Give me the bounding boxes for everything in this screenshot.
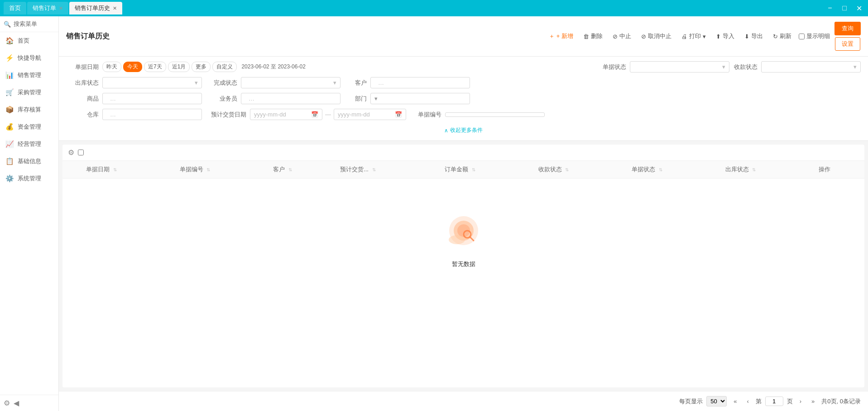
tab-home[interactable]: 首页 <box>4 2 26 15</box>
page-number-input[interactable] <box>765 396 783 406</box>
sidebar-item-home[interactable]: 🏠 首页 <box>0 32 58 49</box>
sidebar-item-sales-mgmt[interactable]: 📊 销售管理 <box>0 67 58 84</box>
date-btn-1month[interactable]: 近1月 <box>168 62 190 72</box>
sort-customer-icon: ⇅ <box>288 167 292 172</box>
th-date[interactable]: 单据日期 ⇅ <box>81 161 174 179</box>
new-button[interactable]: ＋ + 新增 <box>546 30 576 42</box>
order-status-arrow-icon: ▾ <box>722 63 725 70</box>
th-number[interactable]: 单据编号 ⇅ <box>174 161 268 179</box>
calendar-start-icon[interactable]: 📅 <box>311 111 318 118</box>
th-amount[interactable]: 订单金额 ⇅ <box>439 161 533 179</box>
window-controls: − □ ✕ <box>825 3 864 14</box>
sidebar-item-operations[interactable]: 📈 经营管理 <box>0 135 58 153</box>
refresh-icon: ↻ <box>773 33 778 40</box>
sidebar-item-base-info[interactable]: 📋 基础信息 <box>0 153 58 170</box>
main-layout: 🔍 搜索菜单 🏠 首页 ⚡ 快捷导航 📊 销售管理 🛒 采购管理 📦 库存核算 … <box>0 16 868 411</box>
delivery-date-start-input[interactable]: yyyy-mm-dd 📅 <box>250 109 322 120</box>
minimize-button[interactable]: − <box>825 3 835 14</box>
salesperson-label: 业务员 <box>209 95 241 103</box>
product-dots-icon[interactable]: … <box>110 95 116 102</box>
department-select[interactable]: ▾ <box>370 93 470 104</box>
delivery-date-end-input[interactable]: yyyy-mm-dd 📅 <box>334 109 406 120</box>
close-button[interactable]: ✕ <box>854 3 864 14</box>
th-outbound-status[interactable]: 出库状态 ⇅ <box>720 161 814 179</box>
toolbar: ＋ + 新增 🗑 删除 ⊘ 中止 ⊘ 取消中止 🖨 打印 <box>546 22 861 51</box>
collapse-icon[interactable]: ◀ <box>14 399 19 407</box>
tab-sales-order-history[interactable]: 销售订单历史 ✕ <box>69 2 122 15</box>
sys-mgmt-icon: ⚙️ <box>5 174 14 183</box>
maximize-button[interactable]: □ <box>839 3 850 14</box>
complete-status-select[interactable]: ▾ <box>241 77 340 88</box>
select-all-checkbox[interactable] <box>78 150 84 155</box>
delete-icon: 🗑 <box>583 33 589 40</box>
page-size-select[interactable]: 50 <box>706 396 727 406</box>
sidebar-search[interactable]: 🔍 搜索菜单 <box>0 16 58 32</box>
stop-button[interactable]: ⊘ 中止 <box>610 30 634 42</box>
cancel-stop-button[interactable]: ⊘ 取消中止 <box>638 30 674 42</box>
filter-row-4: 仓库 … 预计交货日期 yyyy-mm-dd 📅 — yyyy-mm-dd 📅 … <box>66 109 861 120</box>
tab-sales-order-close[interactable]: ✕ <box>59 5 63 11</box>
salesperson-dots-icon[interactable]: … <box>249 95 254 102</box>
delete-button[interactable]: 🗑 删除 <box>580 30 605 42</box>
prev-page-button[interactable]: ‹ <box>743 396 752 406</box>
tab-sales-order[interactable]: 销售订单 ✕ <box>27 2 68 15</box>
warehouse-dots-icon[interactable]: … <box>110 111 116 118</box>
th-delivery[interactable]: 预计交货... ⇅ <box>335 161 439 179</box>
filter-row-1: 单据日期 昨天 今天 近7天 近1月 更多 自定义 2023-06-02 至 2… <box>66 61 861 73</box>
customer-input[interactable]: … <box>370 77 470 88</box>
setting-button[interactable]: 设置 <box>835 37 860 51</box>
import-button[interactable]: ⬆ 导入 <box>713 30 737 42</box>
department-label: 部门 <box>348 95 370 103</box>
order-number-input[interactable] <box>445 112 545 117</box>
order-status-select[interactable]: ▾ <box>630 61 729 73</box>
sidebar-item-inventory[interactable]: 📦 库存核算 <box>0 101 58 118</box>
tab-sales-order-history-close[interactable]: ✕ <box>113 5 117 11</box>
warehouse-input[interactable]: … <box>102 109 202 120</box>
sort-date-icon: ⇅ <box>113 167 117 172</box>
table-toolbar: ⚙ <box>62 145 864 161</box>
th-customer[interactable]: 客户 ⇅ <box>268 161 335 179</box>
receipt-status-select[interactable]: ▾ <box>761 61 861 73</box>
next-page-button[interactable]: › <box>796 396 805 406</box>
th-check <box>62 161 81 179</box>
calendar-end-icon[interactable]: 📅 <box>395 111 402 118</box>
sidebar-item-finance[interactable]: 💰 资金管理 <box>0 118 58 135</box>
date-btn-more[interactable]: 更多 <box>192 62 211 72</box>
export-button[interactable]: ⬇ 导出 <box>742 30 766 42</box>
refresh-button[interactable]: ↻ 刷新 <box>770 30 794 42</box>
product-input[interactable]: … <box>102 93 202 104</box>
sidebar-item-quick-nav[interactable]: ⚡ 快捷导航 <box>0 49 58 67</box>
sidebar-item-purchase-mgmt[interactable]: 🛒 采购管理 <box>0 84 58 101</box>
outbound-status-select[interactable]: ▾ <box>102 77 202 88</box>
date-btn-yesterday[interactable]: 昨天 <box>102 62 121 72</box>
first-page-button[interactable]: « <box>730 396 740 406</box>
date-buttons: 昨天 今天 近7天 近1月 更多 自定义 <box>102 62 237 72</box>
collapse-filter-link[interactable]: ∧ 收起更多条件 <box>66 125 861 136</box>
collapse-up-icon: ∧ <box>444 127 448 134</box>
sort-outbound-icon: ⇅ <box>752 167 756 172</box>
print-button[interactable]: 🖨 打印 ▾ <box>679 30 709 42</box>
print-arrow-icon: ▾ <box>703 33 706 40</box>
date-btn-today[interactable]: 今天 <box>123 62 142 72</box>
table-settings-icon[interactable]: ⚙ <box>68 148 74 157</box>
display-detail-checkbox[interactable]: 显示明细 <box>799 32 830 40</box>
settings-icon[interactable]: ⚙ <box>4 399 10 407</box>
date-btn-custom[interactable]: 自定义 <box>212 62 237 72</box>
customer-dots-icon[interactable]: … <box>378 79 384 86</box>
svg-point-5 <box>449 235 465 244</box>
salesperson-input[interactable]: … <box>241 93 340 104</box>
page-size-label: 每页显示 <box>679 397 703 406</box>
sidebar-item-sys-mgmt[interactable]: ⚙️ 系统管理 <box>0 170 58 187</box>
query-button[interactable]: 查询 <box>834 22 861 35</box>
date-separator: — <box>325 111 331 118</box>
display-detail-input[interactable] <box>799 34 805 39</box>
th-order-status[interactable]: 单据状态 ⇅ <box>626 161 720 179</box>
order-number-label: 单据编号 <box>413 111 445 119</box>
finance-icon: 💰 <box>5 123 14 131</box>
sort-delivery-icon: ⇅ <box>372 167 376 172</box>
date-btn-7days[interactable]: 近7天 <box>144 62 166 72</box>
last-page-button[interactable]: » <box>808 396 818 406</box>
total-info: 共0页, 0条记录 <box>821 397 861 406</box>
th-receipt-status[interactable]: 收款状态 ⇅ <box>533 161 627 179</box>
th-action: 操作 <box>813 161 864 179</box>
